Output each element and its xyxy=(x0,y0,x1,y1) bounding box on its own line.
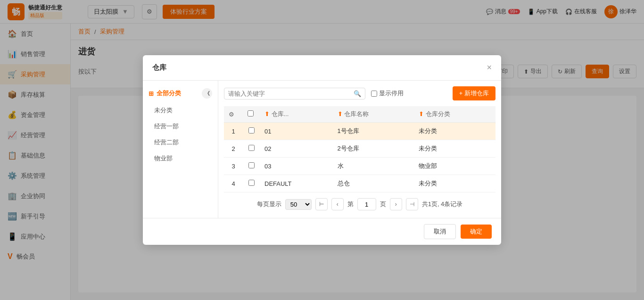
total-info: 共1页, 4条记录 xyxy=(422,200,463,208)
category-item-biz1[interactable]: 经营一部 xyxy=(143,118,218,134)
table-scroll[interactable]: ⚙ ⬆ 仓库... ⬆ xyxy=(224,106,495,192)
pagination: 每页显示 50 100 200 ⊢ ‹ 第 页 › ⊣ 共1页, 4条记录 xyxy=(224,192,495,212)
warehouse-table: ⚙ ⬆ 仓库... ⬆ xyxy=(224,106,495,192)
next-page-button[interactable]: › xyxy=(390,198,402,210)
row-category: 未分类 xyxy=(414,123,495,140)
table-row[interactable]: 1 01 1号仓库 未分类 xyxy=(224,123,495,140)
row-name: 2号仓库 xyxy=(333,140,414,158)
search-input[interactable] xyxy=(228,90,354,97)
modal-close-button[interactable]: × xyxy=(487,63,492,73)
table-toolbar: 🔍 显示停用 + 新增仓库 xyxy=(224,86,495,100)
table-row[interactable]: 2 02 2号仓库 未分类 xyxy=(224,140,495,158)
row-check[interactable] xyxy=(243,123,260,140)
row-code: 01 xyxy=(260,123,333,140)
row-name: 水 xyxy=(333,158,414,175)
all-categories-label: 全部分类 xyxy=(157,89,181,98)
row-index: 4 xyxy=(224,175,243,192)
table-head: ⚙ ⬆ 仓库... ⬆ xyxy=(224,106,495,123)
confirm-button[interactable]: 确定 xyxy=(461,225,492,239)
col-code-header: ⬆ 仓库... xyxy=(260,106,333,123)
col-name-header: ⬆ 仓库名称 xyxy=(333,106,414,123)
row-check[interactable] xyxy=(243,175,260,192)
first-page-button[interactable]: ⊢ xyxy=(315,198,328,210)
show-disabled-label[interactable]: 显示停用 xyxy=(371,89,404,98)
col-category-header: ⬆ 仓库分类 xyxy=(414,106,495,123)
table-row[interactable]: 4 DEFAULT 总仓 未分类 xyxy=(224,175,495,192)
last-page-button[interactable]: ⊣ xyxy=(406,198,418,210)
per-page-select[interactable]: 50 100 200 xyxy=(285,199,312,210)
collapse-button[interactable]: 《 xyxy=(202,88,212,99)
row-index: 3 xyxy=(224,158,243,175)
row-code: 02 xyxy=(260,140,333,158)
sort-icon-name: ⬆ xyxy=(338,110,343,117)
row-check[interactable] xyxy=(243,158,260,175)
modal-body: ⊞ 全部分类 《 未分类 经营一部 经营二部 物业部 🔍 xyxy=(143,81,501,218)
modal-header: 仓库 × xyxy=(143,55,501,81)
page-input[interactable] xyxy=(357,198,376,210)
table-row[interactable]: 3 03 水 物业部 xyxy=(224,158,495,175)
table-panel: 🔍 显示停用 + 新增仓库 ⚙ xyxy=(218,81,501,218)
all-categories-item[interactable]: ⊞ 全部分类 《 xyxy=(143,84,218,102)
col-gear-header: ⚙ xyxy=(224,106,243,123)
row-category: 未分类 xyxy=(414,175,495,192)
modal-footer: 取消 确定 xyxy=(143,218,501,245)
sort-icon-cat: ⬆ xyxy=(419,110,424,117)
row-name: 总仓 xyxy=(333,175,414,192)
col-check-header xyxy=(243,106,260,123)
row-code: 03 xyxy=(260,158,333,175)
category-panel: ⊞ 全部分类 《 未分类 经营一部 经营二部 物业部 xyxy=(143,81,218,218)
sort-icon: ⬆ xyxy=(264,110,270,117)
modal-overlay[interactable]: 仓库 × ⊞ 全部分类 《 未分类 经营一部 经营二部 物业部 xyxy=(0,0,644,300)
search-icon[interactable]: 🔍 xyxy=(354,90,361,97)
row-name: 1号仓库 xyxy=(333,123,414,140)
grid-icon: ⊞ xyxy=(149,90,154,97)
row-category: 物业部 xyxy=(414,158,495,175)
row-index: 1 xyxy=(224,123,243,140)
select-all-checkbox[interactable] xyxy=(248,110,254,117)
modal-title: 仓库 xyxy=(152,63,166,72)
row-category: 未分类 xyxy=(414,140,495,158)
show-disabled-checkbox[interactable] xyxy=(371,91,377,97)
row-index: 2 xyxy=(224,140,243,158)
category-item-biz2[interactable]: 经营二部 xyxy=(143,134,218,150)
page-unit: 页 xyxy=(380,200,386,208)
warehouse-modal: 仓库 × ⊞ 全部分类 《 未分类 经营一部 经营二部 物业部 xyxy=(143,55,501,245)
row-code: DEFAULT xyxy=(260,175,333,192)
table-body: 1 01 1号仓库 未分类 2 02 2号仓库 xyxy=(224,123,495,192)
page-label: 第 xyxy=(347,200,354,208)
category-item-prop[interactable]: 物业部 xyxy=(143,150,218,167)
search-box: 🔍 xyxy=(224,88,365,100)
per-page-label: 每页显示 xyxy=(257,200,281,208)
prev-page-button[interactable]: ‹ xyxy=(331,198,344,210)
row-check[interactable] xyxy=(243,140,260,158)
table-header-row: ⚙ ⬆ 仓库... ⬆ xyxy=(224,106,495,123)
cancel-button[interactable]: 取消 xyxy=(424,224,456,239)
collapse-icon: 《 xyxy=(205,90,210,97)
add-warehouse-button[interactable]: + 新增仓库 xyxy=(453,86,495,100)
category-item-uncat[interactable]: 未分类 xyxy=(143,102,218,118)
